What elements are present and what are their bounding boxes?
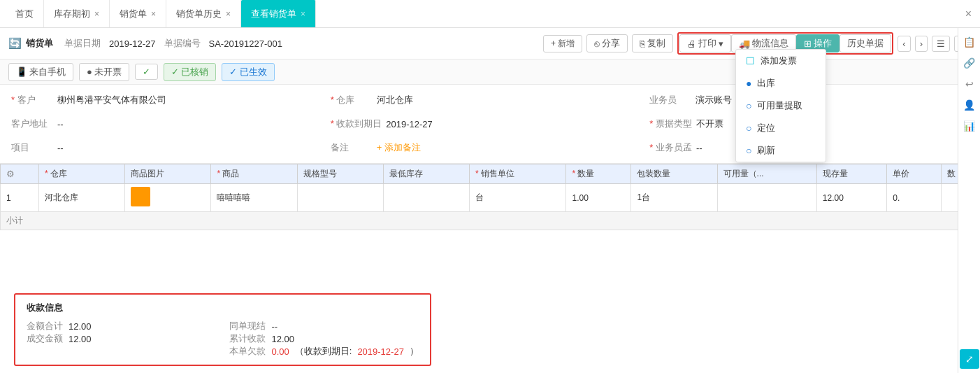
product-table: ⚙ 仓库 商品图片 商品 规格型号 最低库存 销售单位 数量 包装数量 可用量（… (0, 164, 980, 230)
tab-home[interactable]: 首页 (6, 0, 44, 27)
outstanding-amount-date: 2019-12-27 (357, 346, 404, 357)
next-record-button[interactable]: › (915, 36, 928, 52)
phone-icon: 📱 (16, 66, 27, 77)
global-close-button[interactable]: × (965, 8, 972, 20)
cumulative-payment-row: 累计收款 12.00 (229, 332, 418, 345)
locate-item[interactable]: ○ 定位 (736, 117, 826, 139)
staff-value: 演示账号 (696, 94, 732, 106)
deal-amount-row: 成交金额 12.00 (27, 332, 215, 345)
copy-button[interactable]: ⎘ 复制 (632, 34, 673, 52)
col-current-stock: 现存量 (816, 164, 886, 184)
table-row: 1 河北仓库 嘻嘻嘻嘻 台 1.00 1台 12.00 0. (1, 184, 980, 212)
row-unit-price: 0. (887, 184, 942, 212)
check-icon: ✓ (143, 66, 150, 77)
bottom-area: 收款信息 金额合计 12.00 成交金额 12.00 同单现结 -- (0, 286, 980, 373)
customer-value: 柳州粤港平安气体有限公司 (57, 94, 166, 106)
tab-sales-order-close[interactable]: × (151, 9, 156, 19)
deal-amount-value: 12.00 (69, 334, 92, 344)
outstanding-amount-label: 本单欠款 (229, 345, 266, 358)
print-button[interactable]: 🖨 打印 ▾ (679, 34, 731, 52)
row-min-stock (383, 184, 469, 212)
row-index: 1 (1, 184, 39, 212)
warehouse-value: 河北仓库 (377, 94, 413, 106)
customer-label: 客户 (11, 94, 53, 106)
outbound-item[interactable]: ● 出库 (736, 72, 826, 94)
tab-sales-order-history-close[interactable]: × (226, 9, 231, 19)
ticket-type-label: 票据类型 (649, 118, 692, 130)
view-list-button[interactable]: ☰ (932, 36, 950, 52)
same-order-value: -- (271, 321, 278, 332)
col-quantity: 数量 (566, 164, 631, 184)
note-field: 备注 + 添加备注 (331, 138, 650, 157)
from-phone-button[interactable]: 📱 来自手机 (8, 63, 73, 81)
same-order-label: 同单现结 (229, 320, 266, 332)
sidebar-chart-icon[interactable]: 📊 (960, 116, 979, 136)
cancelled-check-icon: ✓ (171, 66, 182, 77)
tab-inventory-init[interactable]: 库存期初 × (44, 0, 110, 27)
payment-info-box: 收款信息 金额合计 12.00 成交金额 12.00 同单现结 -- (14, 293, 431, 366)
table-settings-icon[interactable]: ⚙ (6, 169, 15, 179)
salesperson-value: -- (696, 143, 702, 153)
outstanding-amount-value: 0.00 (271, 346, 289, 357)
already-cancelled-button[interactable]: ✓ 已核销 (164, 63, 217, 81)
add-note-button[interactable]: + 添加备注 (377, 141, 421, 154)
doc-header: 🔄 销货单 单据日期 2019-12-27 单据编号 SA-20191227-0… (0, 28, 980, 59)
toolbar-row: 📱 来自手机 ● 未开票 ✓ ✓ 已核销 ✓ 已生效 (0, 59, 980, 85)
total-amount-row: 金额合计 12.00 (27, 320, 215, 332)
cumulative-payment-value: 12.00 (271, 334, 294, 344)
history-button[interactable]: 历史单据 (840, 34, 891, 52)
row-package-qty: 1台 (631, 184, 717, 212)
sidebar-clipboard-icon[interactable]: 📋 (960, 32, 979, 52)
product-table-wrap: ⚙ 仓库 商品图片 商品 规格型号 最低库存 销售单位 数量 包装数量 可用量（… (0, 164, 980, 286)
print-dropdown-arrow[interactable]: ▾ (719, 38, 723, 49)
share-icon: ⎋ (594, 38, 600, 49)
main-area: 🔄 销货单 单据日期 2019-12-27 单据编号 SA-20191227-0… (0, 28, 980, 373)
customer-field: 客户 柳州粤港平安气体有限公司 (11, 90, 331, 110)
tab-check-sales-close[interactable]: × (301, 9, 305, 19)
sales-order-icon: 🔄 (8, 37, 22, 50)
sidebar-return-icon[interactable]: ↩ (960, 74, 979, 94)
subtotal-row: 小计 (1, 212, 980, 230)
row-product-img (125, 184, 211, 212)
row-current-stock: 12.00 (816, 184, 886, 212)
ticket-type-value: 不开票 (696, 118, 723, 130)
tab-inventory-init-close[interactable]: × (94, 9, 99, 19)
refresh-icon: ○ (746, 145, 751, 156)
sidebar-expand-icon[interactable]: ⤢ (960, 349, 979, 369)
tab-sales-order[interactable]: 销货单 × (110, 0, 166, 27)
col-spec: 规格型号 (297, 164, 383, 184)
project-label: 项目 (11, 141, 53, 154)
available-qty-item[interactable]: ○ 可用量提取 (736, 94, 826, 117)
tab-bar: 首页 库存期初 × 销货单 × 销货单历史 × 查看销货单 × × (0, 0, 980, 28)
share-button[interactable]: ⎋ 分享 (586, 34, 628, 52)
payment-info-title: 收款信息 (27, 302, 419, 314)
col-unit-price: 单价 (887, 164, 942, 184)
staff-label: 业务员 (649, 94, 691, 106)
due-date-label: 收款到期日 (331, 118, 382, 130)
row-quantity: 1.00 (566, 184, 631, 212)
check-button[interactable]: ✓ (135, 64, 158, 80)
row-product-name: 嘻嘻嘻嘻 (211, 184, 297, 212)
print-icon: 🖨 (687, 38, 696, 49)
prev-record-button[interactable]: ‹ (898, 36, 910, 52)
sidebar-link-icon[interactable]: 🔗 (960, 53, 979, 73)
salesperson-label: 业务员孟 (649, 141, 692, 154)
not-open-ticket-button[interactable]: ● 未开票 (79, 63, 129, 81)
form-area: 客户 柳州粤港平安气体有限公司 仓库 河北仓库 业务员 演示账号 客户地址 --… (0, 85, 980, 164)
already-effective-button[interactable]: ✓ 已生效 (222, 63, 275, 81)
project-field: 项目 -- (11, 138, 331, 157)
col-gear: ⚙ (1, 164, 39, 184)
add-invoice-item[interactable]: ☐ 添加发票 (736, 50, 826, 72)
due-date-value: 2019-12-27 (386, 119, 433, 129)
same-order-settlement-row: 同单现结 -- (229, 320, 418, 332)
col-available-qty: 可用量（... (717, 164, 816, 184)
tab-sales-order-history[interactable]: 销货单历史 × (166, 0, 241, 27)
address-label: 客户地址 (11, 118, 53, 130)
tab-check-sales[interactable]: 查看销货单 × (241, 0, 316, 27)
note-label: 备注 (331, 141, 373, 154)
operations-icon: ⊞ (804, 38, 812, 49)
refresh-item[interactable]: ○ 刷新 (736, 139, 826, 162)
col-package-qty: 包装数量 (631, 164, 717, 184)
sidebar-user-icon[interactable]: 👤 (960, 95, 979, 115)
new-button[interactable]: + 新增 (543, 35, 582, 52)
